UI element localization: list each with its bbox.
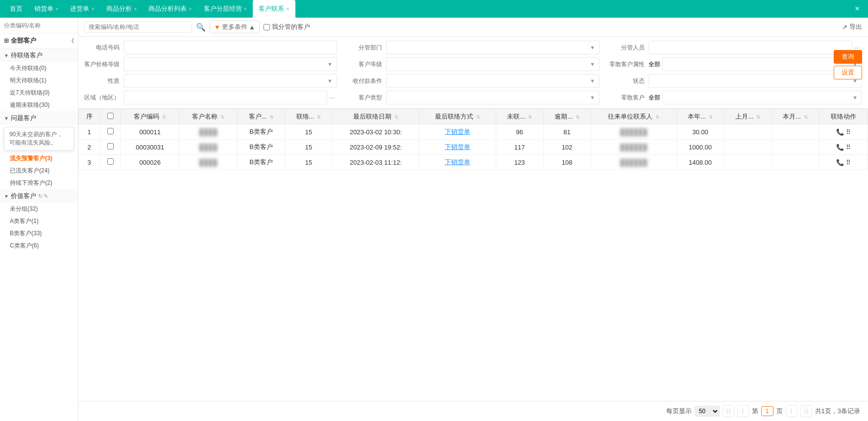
nav-home[interactable]: 首页 — [4, 0, 28, 18]
nav-close-3[interactable]: × — [189, 6, 192, 12]
cell-checkbox[interactable] — [100, 140, 121, 155]
nav-close-1[interactable]: × — [91, 6, 94, 12]
nav-close-0[interactable]: × — [55, 6, 58, 12]
action-phone-icon[interactable]: 📞 — [836, 144, 844, 151]
filter-pricelevel-select[interactable]: ▼ — [123, 57, 337, 71]
next-page-btn[interactable]: ⟩ — [786, 405, 797, 417]
nav-tab-4[interactable]: 客户分层经营 × — [198, 0, 253, 18]
nav-tab-3[interactable]: 商品分析列表 × — [143, 0, 197, 18]
sidebar-item-ungroup[interactable]: 未分组(32) — [0, 203, 78, 215]
filter-payment-select[interactable]: ▼ — [386, 74, 600, 88]
th-name[interactable]: 客户名称 ⇅ — [179, 109, 238, 124]
th-no-contact[interactable]: 未联... ⇅ — [496, 109, 543, 124]
action-more-icon[interactable]: ⠿ — [846, 128, 851, 136]
action-phone-icon[interactable]: 📞 — [836, 128, 844, 136]
nav-tab-1[interactable]: 进货单 × — [64, 0, 100, 18]
th-last-date[interactable]: 最后联络日期 ⇅ — [333, 109, 419, 124]
th-contact[interactable]: 联络... ⇅ — [285, 109, 332, 124]
sidebar-item-churn-warning[interactable]: 流失预警客户(3) — [0, 152, 78, 165]
sidebar-item-class-c[interactable]: C类客户(6) — [0, 240, 78, 252]
filter-area-select[interactable] — [123, 91, 327, 104]
cell-action[interactable]: 📞⠿ — [819, 140, 868, 155]
last-method-link[interactable]: 下销货单 — [445, 158, 470, 166]
main-layout: 🔍 ⊞ 全部客户 《 ▼ 待联络客户 今天待联络(0) 明天待联络(1) 近7天… — [0, 18, 868, 421]
th-type[interactable]: 客户... ⇅ — [237, 109, 285, 124]
sidebar-item-today[interactable]: 今天待联络(0) — [0, 62, 78, 74]
sidebar-item-class-b[interactable]: B类客户(33) — [0, 227, 78, 240]
query-button[interactable]: 查询 — [834, 50, 862, 64]
cell-last-method[interactable]: 下销货单 — [419, 124, 496, 140]
filter-search-icon[interactable]: 🔍 — [196, 23, 206, 32]
my-customers-checkbox[interactable]: 我分管的客户 — [264, 23, 310, 31]
th-overdue[interactable]: 逾期... ⇅ — [543, 109, 591, 124]
edit-icon[interactable]: ✎ — [44, 193, 48, 199]
th-checkbox[interactable] — [100, 109, 121, 124]
first-page-btn[interactable]: ⟨⟨ — [723, 405, 734, 417]
filter-nature-select[interactable]: ▼ — [123, 74, 337, 88]
export-btn[interactable]: ↗ 导出 — [842, 23, 862, 31]
filter-zerocust-select[interactable]: ▼ — [662, 91, 862, 104]
filter-phone-input[interactable] — [123, 41, 337, 54]
sidebar-item-tomorrow[interactable]: 明天待联络(1) — [0, 74, 78, 87]
refresh-icon[interactable]: ↻ — [38, 193, 43, 199]
my-customers-check[interactable] — [264, 24, 270, 30]
sort-lmonth-icon: ⇅ — [756, 114, 760, 120]
sidebar-search-input[interactable] — [4, 22, 77, 29]
cell-action[interactable]: 📞⠿ — [819, 124, 868, 140]
action-phone-icon[interactable]: 📞 — [836, 159, 844, 166]
cell-last-method[interactable]: 下销货单 — [419, 140, 496, 155]
th-code[interactable]: 客户编码 ⇅ — [121, 109, 179, 124]
sidebar-group-problem[interactable]: ▼ 问题客户 — [0, 111, 78, 125]
action-more-icon[interactable]: ⠿ — [846, 159, 851, 166]
cell-contact-person: ██████ — [591, 140, 676, 155]
nav-tab-2[interactable]: 商品分析 × — [100, 0, 143, 18]
nav-close-all[interactable]: × — [850, 2, 864, 16]
filter-area-dots[interactable]: ··· — [327, 94, 337, 101]
nav-close-4[interactable]: × — [244, 6, 247, 12]
row-checkbox[interactable] — [107, 128, 114, 134]
filter-zeroattr-select[interactable]: ▼ — [662, 57, 862, 71]
sidebar-group-value[interactable]: ▼ 价值客户 ↻ ✎ — [0, 189, 78, 203]
th-contact-person[interactable]: 往来单位联系人 ⇅ — [591, 109, 676, 124]
page-size-select[interactable]: 50 100 200 — [695, 406, 720, 417]
table-row: 3 000026 ████ B类客户 15 2023-02-03 11:12: … — [79, 155, 868, 170]
row-checkbox[interactable] — [107, 143, 114, 149]
nav-close-5[interactable]: × — [286, 6, 289, 12]
filter-status-select[interactable]: ▼ — [649, 74, 862, 88]
last-method-link[interactable]: 下销货单 — [445, 128, 470, 135]
action-more-icon[interactable]: ⠿ — [846, 144, 851, 151]
cell-last-method[interactable]: 下销货单 — [419, 155, 496, 170]
cell-action[interactable]: 📞⠿ — [819, 155, 868, 170]
nav-tab-5[interactable]: 客户联系 × — [253, 0, 295, 18]
last-method-link[interactable]: 下销货单 — [445, 143, 470, 150]
row-checkbox[interactable] — [107, 158, 114, 165]
chevron-pricelevel: ▼ — [327, 61, 333, 67]
sidebar-item-churned[interactable]: 已流失客户(24) — [0, 165, 78, 177]
sidebar-item-declining[interactable]: 持续下滑客户(2) — [0, 177, 78, 189]
sort-method-icon: ⇅ — [476, 114, 480, 120]
th-last-month[interactable]: 上月... ⇅ — [724, 109, 772, 124]
cell-checkbox[interactable] — [100, 155, 121, 170]
prev-page-btn[interactable]: ⟨ — [737, 405, 749, 417]
sidebar-item-7days[interactable]: 近7天待联络(0) — [0, 87, 78, 99]
filter-search-input[interactable] — [84, 21, 192, 33]
cell-checkbox[interactable] — [100, 124, 121, 140]
filter-person-select[interactable] — [649, 41, 852, 54]
sidebar-item-overdue[interactable]: 逾期未联络(30) — [0, 99, 78, 111]
filter-more-btn[interactable]: ▼ 更多条件 ▲ — [210, 21, 260, 33]
filter-dept-select[interactable]: ▼ — [386, 41, 600, 54]
sidebar-item-class-a[interactable]: A类客户(1) — [0, 215, 78, 227]
th-this-year[interactable]: 本年... ⇅ — [676, 109, 724, 124]
last-page-btn[interactable]: ⟩⟩ — [800, 405, 812, 417]
th-this-month[interactable]: 本月... ⇅ — [772, 109, 819, 124]
settings-button[interactable]: 设置 — [834, 66, 862, 79]
sidebar-group-pending[interactable]: ▼ 待联络客户 — [0, 49, 78, 62]
filter-custtype-select[interactable]: ▼ — [386, 91, 600, 104]
th-last-method[interactable]: 最后联络方式 ⇅ — [419, 109, 496, 124]
current-page[interactable]: 1 — [761, 406, 773, 416]
filter-level-select[interactable]: ▼ — [386, 57, 600, 71]
nav-close-2[interactable]: × — [134, 6, 137, 12]
nav-tab-0[interactable]: 销货单 × — [28, 0, 64, 18]
all-customers-header[interactable]: ⊞ 全部客户 《 — [0, 33, 78, 49]
select-all-checkbox[interactable] — [107, 113, 114, 119]
